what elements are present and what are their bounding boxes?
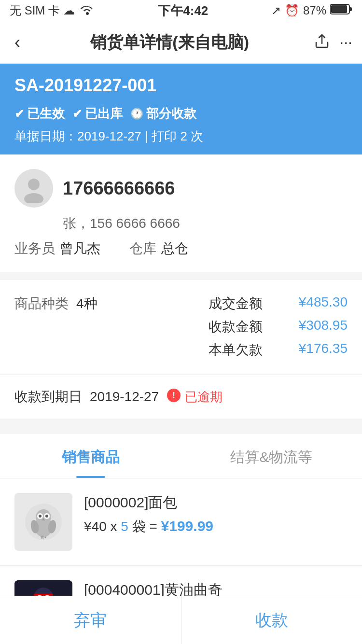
- nav-bar: ‹ 销货单详情(来自电脑) ···: [0, 21, 362, 64]
- avatar: [14, 169, 53, 208]
- product-thumb-1: 良+: [14, 493, 72, 551]
- header-badges: ✔ 已生效 ✔ 已出库 🕐 部分收款: [14, 105, 196, 122]
- battery-icon: [330, 3, 352, 18]
- order-id-row: SA-20191227-001 ✔ 已生效 ✔ 已出库 🕐 部分收款: [14, 75, 348, 122]
- stats-row: 商品种类 4种 成交金额 ¥485.30 收款金额 ¥308.95 本单欠款 ¥…: [14, 294, 348, 359]
- warehouse-label: 仓库: [129, 239, 156, 258]
- sim-status: 无 SIM 卡 ☁: [10, 3, 75, 18]
- header-banner: SA-20191227-001 ✔ 已生效 ✔ 已出库 🕐 部分收款 单据日期：…: [0, 64, 362, 154]
- amount-value: ¥485.30: [270, 294, 348, 313]
- amount-label: 成交金额: [209, 294, 263, 313]
- amount-row: 成交金额 ¥485.30: [209, 294, 348, 313]
- received-row: 收款金额 ¥308.95: [209, 318, 348, 336]
- svg-point-3: [28, 179, 40, 190]
- warehouse-value: 总仓: [161, 239, 188, 258]
- received-value: ¥308.95: [270, 318, 348, 336]
- check-icon-effective: ✔: [14, 107, 24, 121]
- badge-shipped: ✔ 已出库: [72, 105, 123, 122]
- due-date-value: 2019-12-27: [90, 389, 159, 405]
- svg-rect-2: [331, 5, 347, 13]
- tab-sales-products[interactable]: 销售商品: [0, 434, 181, 478]
- status-bar: 无 SIM 卡 ☁ 下午4:42 ↗ ⏰ 87%: [0, 0, 362, 21]
- customer-meta: 业务员 曾凡杰 仓库 总仓: [14, 239, 348, 258]
- sales-value: 曾凡杰: [60, 239, 100, 258]
- bottom-bar: 弃审 收款: [0, 596, 362, 644]
- location-icon: ↗: [271, 4, 281, 17]
- received-label: 收款金额: [209, 318, 263, 336]
- due-value: ¥176.35: [270, 341, 348, 359]
- more-button[interactable]: ···: [339, 33, 352, 51]
- badge-partial: 🕐 部分收款: [130, 105, 196, 122]
- tabs-bar: 销售商品 结算&物流等: [0, 434, 362, 478]
- type-count: 4种: [76, 294, 97, 313]
- nav-actions: ···: [314, 33, 352, 52]
- product-total-1: ¥199.99: [161, 518, 213, 534]
- type-label: 商品种类: [14, 294, 69, 313]
- check-icon-shipped: ✔: [72, 107, 82, 121]
- svg-point-4: [24, 193, 43, 203]
- order-id: SA-20191227-001: [14, 75, 156, 96]
- stats-right: 成交金额 ¥485.30 收款金额 ¥308.95 本单欠款 ¥176.35: [209, 294, 348, 359]
- stats-section: 商品种类 4种 成交金额 ¥485.30 收款金额 ¥308.95 本单欠款 ¥…: [0, 280, 362, 374]
- svg-point-12: [39, 515, 42, 518]
- sales-label: 业务员: [14, 239, 55, 258]
- divider-1: [0, 272, 362, 280]
- due-row: 本单欠款 ¥176.35: [209, 341, 348, 359]
- svg-rect-1: [349, 7, 352, 11]
- svg-text:良+: 良+: [41, 535, 47, 540]
- customer-phone: 17666666666: [63, 178, 175, 199]
- badge-effective: ✔ 已生效: [14, 105, 65, 122]
- product-qty-1: 5: [121, 519, 128, 534]
- product-info-1: [0000002]面包 ¥40 x 5 袋 = ¥199.99: [84, 493, 348, 536]
- warehouse-row: 仓库 总仓: [129, 239, 188, 258]
- alarm-icon: ⏰: [285, 4, 299, 17]
- svg-point-13: [45, 515, 48, 518]
- due-date-label: 收款到期日: [14, 388, 82, 406]
- customer-top: 17666666666: [14, 169, 348, 208]
- page-title: 销货单详情(来自电脑): [25, 31, 314, 54]
- clock-icon: 🕐: [130, 108, 143, 120]
- due-date-section: 收款到期日 2019-12-27 ! 已逾期: [0, 375, 362, 419]
- battery-level: 87%: [303, 4, 326, 17]
- sales-person-row: 业务员 曾凡杰: [14, 239, 100, 258]
- overdue-icon: !: [167, 388, 181, 406]
- payment-button[interactable]: 收款: [181, 596, 362, 644]
- wifi-icon: [80, 3, 95, 18]
- cancel-review-button[interactable]: 弃审: [0, 596, 181, 644]
- share-button[interactable]: [314, 33, 330, 52]
- order-date-row: 单据日期：2019-12-27 | 打印 2 次: [14, 128, 348, 145]
- customer-section: 17666666666 张，156 6666 6666 业务员 曾凡杰 仓库 总…: [0, 154, 362, 272]
- stats-left: 商品种类 4种: [14, 294, 97, 313]
- product-price-1: ¥40 x 5 袋 = ¥199.99: [84, 518, 348, 536]
- product-item-1: 良+ [0000002]面包 ¥40 x 5 袋 = ¥199.99: [0, 478, 362, 566]
- overdue-badge: ! 已逾期: [167, 388, 223, 406]
- tab-settlement[interactable]: 结算&物流等: [181, 434, 362, 478]
- back-button[interactable]: ‹: [10, 28, 25, 57]
- customer-sub-info: 张，156 6666 6666: [14, 214, 348, 233]
- divider-2: [0, 419, 362, 426]
- due-label: 本单欠款: [209, 341, 263, 359]
- overdue-text: 已逾期: [185, 389, 223, 406]
- status-left: 无 SIM 卡 ☁: [10, 3, 95, 18]
- status-time: 下午4:42: [158, 2, 208, 19]
- status-right: ↗ ⏰ 87%: [271, 3, 352, 18]
- svg-text:!: !: [172, 391, 175, 400]
- product-name-1: [0000002]面包: [84, 493, 348, 513]
